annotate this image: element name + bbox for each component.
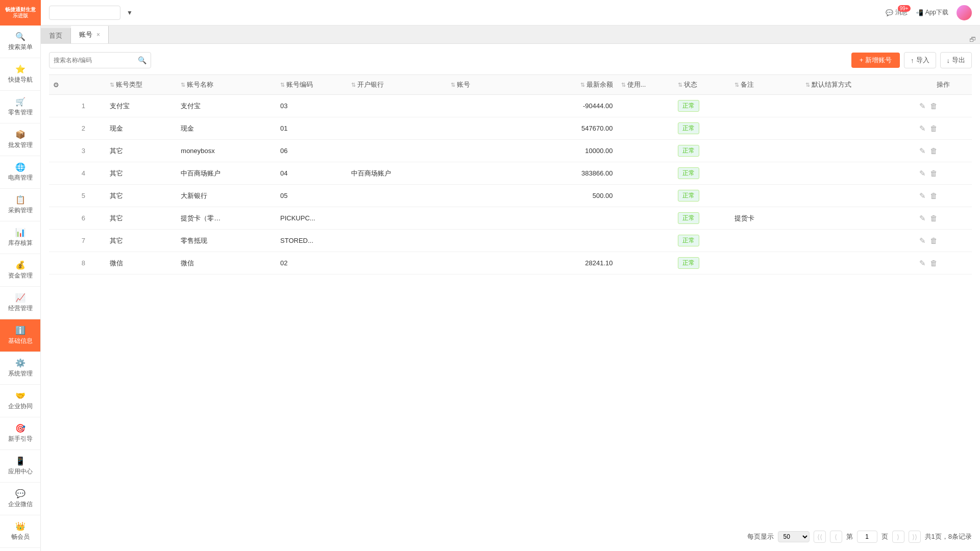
next-page-button[interactable]: ⟩ [892,531,904,543]
sidebar-item-new-guide[interactable]: 🎯 新手引导 [0,417,40,450]
sidebar-item-purchase-mgmt[interactable]: 📋 采购管理 [0,189,40,221]
edit-button[interactable]: ✎ [919,191,926,201]
sidebar-item-enterprise-wechat[interactable]: 💬 企业微信 [0,483,40,515]
total-records-label: 共1页，8条记录 [925,532,972,541]
delete-button[interactable]: 🗑 [930,236,938,245]
app-logo: 畅捷通财生意 乐进版 [0,0,41,26]
row-name: 零售抵现 [177,230,276,252]
sidebar-item-app-center[interactable]: 📱 应用中心 [0,450,40,483]
row-settings-cell [49,230,78,252]
search-menu-icon: 🔍 [15,32,26,41]
table-row: 3 其它 moneybosx 06 10000.00 正常 ✎ 🗑 [49,140,972,162]
sidebar-item-search-menu[interactable]: 🔍 搜索菜单 [0,26,40,58]
row-default-payment [801,230,915,252]
row-status: 正常 [674,252,730,274]
sidebar-item-system-label: 系统管理 [8,369,33,378]
capital-mgmt-icon: 💰 [15,260,26,270]
sidebar-item-ops-label: 经营管理 [8,304,33,313]
sidebar-item-ops-mgmt[interactable]: 📈 经营管理 [0,287,40,319]
import-button[interactable]: ↑ 导入 [904,52,936,68]
edit-button[interactable]: ✎ [919,259,926,268]
row-account [447,162,532,185]
row-status: 正常 [674,95,730,117]
row-type: 支付宝 [106,95,177,117]
export-button[interactable]: ↓ 导出 [940,52,972,68]
delete-button[interactable]: 🗑 [930,191,938,200]
edit-button[interactable]: ✎ [919,169,926,178]
tab-account[interactable]: 账号 × [71,26,109,43]
sidebar-item-enterprise-wechat-label: 企业微信 [8,500,33,509]
row-type: 现金 [106,117,177,140]
row-default-payment [801,252,915,274]
sidebar-item-system-mgmt[interactable]: ⚙️ 系统管理 [0,352,40,385]
sidebar-item-retail-mgmt[interactable]: 🛒 零售管理 [0,91,40,123]
row-type: 其它 [106,162,177,185]
tab-minimize-icon[interactable]: 🗗 [969,36,976,43]
th-usage[interactable]: 使用... [617,75,674,95]
th-settings[interactable]: ⚙ [49,75,78,95]
row-usage [617,162,674,185]
user-avatar[interactable] [957,5,972,20]
th-balance[interactable]: 最新余额 [532,75,617,95]
delete-button[interactable]: 🗑 [930,169,938,178]
th-code[interactable]: 账号编码 [276,75,347,95]
dropdown-button[interactable]: ▼ [127,9,133,16]
last-page-button[interactable]: ⟩⟩ [909,531,921,543]
top-header: ▼ 💬 消息 99+ 📲 App下载 [41,0,980,26]
edit-button[interactable]: ✎ [919,124,926,133]
sidebar-item-basic-info[interactable]: ℹ️ 基础信息 [0,319,40,352]
edit-button[interactable]: ✎ [919,102,926,111]
sidebar-item-quick-nav[interactable]: ⭐ 快捷导航 [0,58,40,91]
sidebar-item-changyou-member[interactable]: 👑 畅会员 [0,515,40,548]
row-status: 正常 [674,207,730,230]
sidebar-item-capital-mgmt[interactable]: 💰 资金管理 [0,254,40,287]
app-download-button[interactable]: 📲 App下载 [916,8,948,17]
messages-button[interactable]: 💬 消息 99+ [886,8,908,17]
th-default[interactable]: 默认结算方式 [801,75,915,95]
row-action-cell: ✎ 🗑 [915,185,972,207]
edit-button[interactable]: ✎ [919,146,926,156]
sidebar-item-quick-nav-label: 快捷导航 [8,76,33,84]
page-number-input[interactable] [857,531,877,543]
row-note [730,162,801,185]
th-name[interactable]: 账号名称 [177,75,276,95]
th-bank[interactable]: 开户银行 [347,75,447,95]
delete-button[interactable]: 🗑 [930,259,938,267]
sidebar-item-enterprise-agreement[interactable]: 🤝 企业协同 [0,385,40,417]
row-num: 2 [78,117,106,140]
sidebar-item-wholesale-mgmt[interactable]: 📦 批发管理 [0,123,40,156]
sidebar-item-inventory-calc[interactable]: 📊 库存核算 [0,221,40,254]
delete-button[interactable]: 🗑 [930,146,938,155]
delete-button[interactable]: 🗑 [930,214,938,222]
row-action-cell: ✎ 🗑 [915,95,972,117]
first-page-button[interactable]: ⟨⟨ [814,531,826,543]
sidebar-item-ecommerce-mgmt[interactable]: 🌐 电商管理 [0,156,40,189]
delete-button[interactable]: 🗑 [930,102,938,110]
add-account-button[interactable]: + 新增账号 [851,53,900,68]
row-account [447,230,532,252]
tab-home[interactable]: 首页 [41,28,71,43]
th-status[interactable]: 状态 [674,75,730,95]
delete-button[interactable]: 🗑 [930,124,938,133]
edit-button[interactable]: ✎ [919,236,926,245]
row-account [447,252,532,274]
prev-page-button[interactable]: ⟨ [830,531,842,543]
account-search-input[interactable] [54,57,138,64]
page-suffix: 页 [881,532,888,541]
download-icon: 📲 [916,9,923,16]
th-type[interactable]: 账号类型 [106,75,177,95]
table-row: 5 其它 大新银行 05 500.00 正常 ✎ 🗑 [49,185,972,207]
th-note[interactable]: 备注 [730,75,801,95]
changyou-member-icon: 👑 [15,521,26,531]
row-num: 1 [78,95,106,117]
row-default-payment [801,140,915,162]
edit-button[interactable]: ✎ [919,214,926,223]
enterprise-wechat-icon: 💬 [15,489,26,498]
system-mgmt-icon: ⚙️ [15,358,26,368]
tab-close-icon[interactable]: × [96,31,100,38]
page-size-selector[interactable]: 50 [778,531,810,542]
global-search-input[interactable] [49,6,120,20]
th-account[interactable]: 账号 [447,75,532,95]
new-guide-icon: 🎯 [15,423,26,433]
search-icon[interactable]: 🔍 [138,56,146,64]
